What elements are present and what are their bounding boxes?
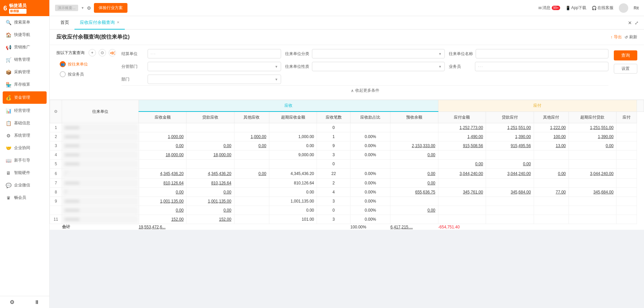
col-overdue-ar: 超期应收金额 (269, 112, 317, 123)
sidebar-collapse-icon[interactable]: ⏸ (34, 299, 40, 305)
message-icon: ✉ (538, 6, 542, 10)
sidebar-bottom: ⚙ ⏸ (0, 296, 49, 308)
app-download-link[interactable]: 📱 App下载 (566, 5, 586, 11)
online-service-link[interactable]: 🎧 在线客服 (592, 5, 613, 11)
page-actions: ↑ 导出 ↺ 刷新 (610, 34, 637, 44)
sidebar-item-guide[interactable]: 📖 新手引导 (0, 154, 49, 167)
settings-gear-icon[interactable]: ⚙ (87, 5, 91, 11)
sidebar-item-collab[interactable]: 🤝 企业协同 (0, 142, 49, 154)
system-icon: ⚙ (5, 133, 11, 138)
department-chevron: ▼ (275, 78, 278, 81)
sidebar: 6 畅捷通员 标准版 🔍 搜索菜单 🏠 快捷导航 📢 营销推广 🛒 销售管理 📦… (0, 0, 50, 308)
tab-close-icon[interactable]: ✕ (117, 20, 119, 24)
sidebar-item-operations[interactable]: 📊 经营管理 (0, 104, 49, 117)
service-icon: 🎧 (592, 6, 597, 10)
table-row: 4■■■■■■18,000.0018,000.009,000.0030.00%0… (50, 150, 644, 160)
top-header: 演示账套... ▼ ⚙ 体验行业方案 ✉ 消息 99+ 📱 App下载 🎧 在线… (50, 0, 644, 16)
message-badge: 99+ (552, 6, 560, 10)
user-avatar[interactable] (619, 3, 628, 13)
sidebar-item-search[interactable]: 🔍 搜索菜单 (0, 16, 49, 29)
sidebar-item-marketing[interactable]: 📢 营销推广 (0, 41, 49, 53)
total-ar-ratio: 100.00% (351, 224, 390, 230)
messages-link[interactable]: ✉ 消息 99+ (538, 5, 560, 11)
col-partner: 往来单位 (62, 100, 139, 123)
department-input[interactable]: ▼ (148, 75, 281, 84)
trial-button[interactable]: 体验行业方案 (94, 3, 127, 13)
wechat-icon: 💬 (5, 183, 11, 188)
nature-chevron: ▼ (438, 65, 442, 69)
query-mode-panel: 按以下方案查询 + ⊙ ≪ 👥 按往来单位 按业务员 (56, 49, 116, 79)
collapse-more-btn[interactable]: ∧ 收起更多条件 (121, 85, 608, 95)
app-name: 畅捷通员 (9, 3, 26, 9)
home-icon: 🏠 (5, 32, 11, 38)
col-settings[interactable]: ⚙ (50, 100, 62, 123)
total-row: 合计 19,553,472,6... 100.00% 6,417,215....… (50, 224, 644, 230)
tab-home[interactable]: 首页 (55, 16, 74, 30)
sidebar-item-sales[interactable]: 🛒 销售管理 (0, 53, 49, 66)
sidebar-item-basic[interactable]: 📋 基础信息 (0, 117, 49, 129)
export-button[interactable]: ↑ 导出 (610, 34, 622, 40)
settings-scheme-btn[interactable]: ⊙ (99, 49, 106, 56)
page-title: 应收应付余额查询(按往来单位) (56, 34, 130, 45)
partner-name-input[interactable] (476, 49, 608, 58)
setting-button[interactable]: 设置 (614, 64, 637, 74)
tab-close-window-icon[interactable]: ✕ (628, 20, 632, 26)
vip-icon: ♛ (5, 195, 11, 201)
sidebar-item-purchase[interactable]: 📦 采购管理 (0, 66, 49, 78)
col-prepay: 预收余额 (390, 112, 438, 123)
mode-active-icon: 👥 (60, 61, 66, 67)
sidebar-item-wechat[interactable]: 💬 企业微信 (0, 179, 49, 191)
col-other-ar: 其他应收 (234, 112, 269, 123)
add-scheme-btn[interactable]: + (89, 49, 96, 56)
search-label: 按以下方案查询 (56, 50, 85, 56)
salesman-input[interactable]: ··· (475, 62, 608, 71)
tab-ar-query[interactable]: 应收应付余额查询 ✕ (74, 16, 125, 30)
purchase-icon: 📦 (5, 70, 11, 75)
collapse-up-icon: ∧ (351, 88, 354, 93)
mode-by-salesman[interactable]: 按业务员 (56, 69, 116, 79)
company-input[interactable]: ··· (148, 49, 281, 58)
sidebar-item-system[interactable]: ⚙ 系统管理 (0, 129, 49, 142)
table-wrap[interactable]: ⚙ 往来单位 应收 应付 应收金额 贷款应收 其他应收 超期应收金额 应收笔数 … (50, 100, 644, 230)
col-other-ap: 其他应付 (534, 112, 569, 123)
filter-nature: 往来单位性质 ▼ (285, 62, 445, 71)
nature-input[interactable]: ▼ (312, 62, 445, 71)
mode-by-customer[interactable]: 👥 按往来单位 (56, 59, 116, 69)
col-ap-amount: 应付金额 (438, 112, 486, 123)
collapse-scheme-btn[interactable]: ≪ (109, 49, 116, 56)
filter-category: 往来单位分类 ▼ (285, 49, 445, 58)
sales-icon: 🛒 (5, 57, 11, 62)
filter-fields: 结算单位 ··· 往来单位分类 ▼ 往来单位名称 (121, 49, 608, 95)
query-button[interactable]: 查询 (614, 50, 637, 60)
dept-input[interactable]: ▼ (148, 62, 281, 71)
table-body: 1■■■■■■01,252,773.001,251,551.001,222.00… (50, 123, 644, 224)
col-loan-ar: 贷款应收 (186, 112, 234, 123)
col-loan-ap: 贷款应付 (486, 112, 534, 123)
page-header: 应收应付余额查询(按往来单位) ↑ 导出 ↺ 刷新 (50, 30, 644, 45)
refresh-button[interactable]: ↺ 刷新 (625, 34, 637, 40)
table-gear-icon[interactable]: ⚙ (54, 109, 58, 114)
sidebar-item-nav[interactable]: 🏠 快捷导航 (0, 29, 49, 41)
sidebar-item-inventory[interactable]: 🏪 库存核算 (0, 78, 49, 91)
filter-company: 结算单位 ··· (121, 49, 281, 58)
col-group-ar: 应收 (139, 100, 438, 112)
company-name: 演示账套... (55, 5, 78, 11)
sidebar-item-vip[interactable]: ♛ 畅会员 (0, 191, 49, 204)
data-table: ⚙ 往来单位 应收 应付 应收金额 贷款应收 其他应收 超期应收金额 应收笔数 … (50, 100, 644, 230)
total-ar-amount[interactable]: 19,553,472,6... (139, 224, 186, 230)
category-input[interactable]: ▼ (312, 49, 445, 58)
basic-icon: 📋 (5, 121, 11, 126)
tab-bar-actions: ✕ ⤢ (628, 20, 639, 26)
col-group-ap: 应付 (438, 100, 637, 112)
sidebar-item-hardware[interactable]: 🖥 智能硬件 (0, 167, 49, 179)
sidebar-item-finance[interactable]: 💰 资金管理 (3, 91, 47, 104)
search-panel: 按以下方案查询 + ⊙ ≪ 👥 按往来单位 按业务员 (50, 45, 644, 100)
tab-maximize-icon[interactable]: ⤢ (635, 20, 639, 26)
total-prepay[interactable]: 6,417,215.... (390, 224, 438, 230)
app-edition: 标准版 (9, 9, 26, 14)
guide-icon: 📖 (5, 158, 11, 163)
total-ap-amount: -654,751.40 (438, 224, 486, 230)
col-ar-amount: 应收金额 (139, 112, 186, 123)
col-overdue-ap: 超期应付贷款 (569, 112, 616, 123)
sidebar-settings-icon[interactable]: ⚙ (10, 299, 14, 305)
